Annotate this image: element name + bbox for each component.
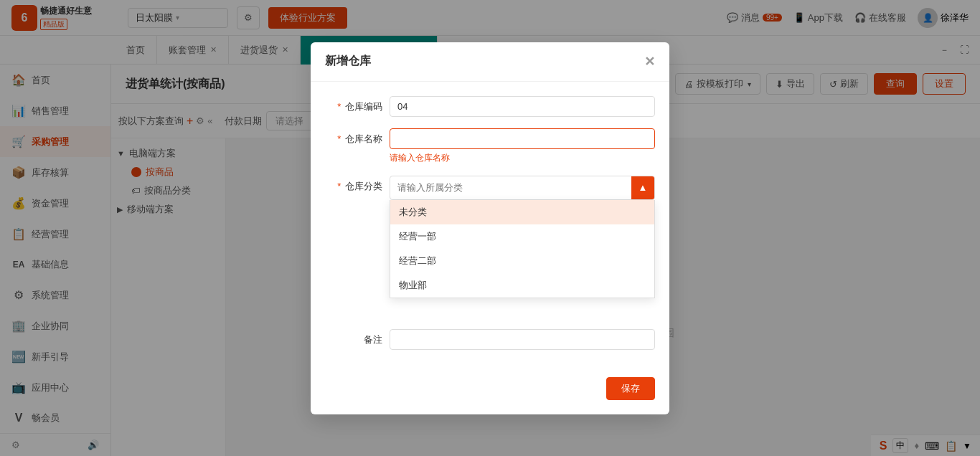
category-dropdown: ▲ 未分类 经营一部 经营二部 物业部	[390, 176, 655, 200]
name-field-row: * 仓库名称 请输入仓库名称	[325, 128, 655, 164]
name-input[interactable]	[390, 128, 655, 149]
modal-body: * 仓库编码 * 仓库名称 请输入仓库名称	[311, 82, 669, 369]
modal-footer: 保存	[311, 369, 669, 414]
dropdown-item-dept1[interactable]: 经营一部	[390, 224, 654, 249]
code-field-row: * 仓库编码	[325, 96, 655, 117]
category-required: *	[337, 181, 341, 191]
code-required: *	[337, 101, 341, 112]
dropdown-item-dept3[interactable]: 物业部	[390, 273, 654, 298]
modal-header: 新增仓库 ✕	[311, 42, 669, 82]
code-label: 仓库编码	[345, 101, 382, 112]
save-btn[interactable]: 保存	[606, 377, 655, 400]
code-input[interactable]	[390, 96, 655, 117]
new-warehouse-modal: 新增仓库 ✕ * 仓库编码 * 仓库名称	[311, 42, 669, 414]
modal-title: 新增仓库	[325, 54, 371, 69]
category-field-row: * 仓库分类 ▲ 未分类 经营一部 经营二部 物业部	[325, 176, 655, 200]
dropdown-item-dept2[interactable]: 经营二部	[390, 249, 654, 273]
name-error-msg: 请输入仓库名称	[390, 152, 655, 164]
modal-overlay: 新增仓库 ✕ * 仓库编码 * 仓库名称	[0, 0, 980, 456]
dropdown-item-none[interactable]: 未分类	[390, 200, 654, 224]
note-field-row: 备注	[325, 329, 655, 350]
category-input[interactable]	[390, 178, 631, 197]
modal-close-btn[interactable]: ✕	[644, 54, 655, 70]
dropdown-toggle-btn[interactable]: ▲	[631, 176, 654, 199]
name-required: *	[337, 133, 341, 144]
note-label: 备注	[364, 334, 382, 345]
note-input[interactable]	[390, 329, 655, 350]
category-label: 仓库分类	[345, 181, 382, 191]
name-label: 仓库名称	[345, 133, 382, 144]
dropdown-list: 未分类 经营一部 经营二部 物业部	[390, 200, 655, 298]
